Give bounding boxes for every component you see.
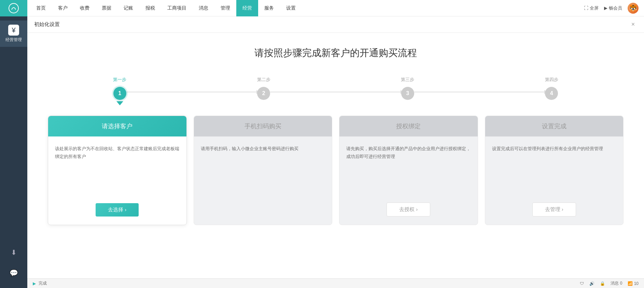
card-header-2: 手机扫码购买 xyxy=(194,116,332,136)
content-area: 初始化设置 × 请按照步骤完成新客户的开通购买流程 第一步1第二步2第三步3第四… xyxy=(27,16,644,288)
card-body-2: 请用手机扫码，输入小微企业主账号密码进行购买 xyxy=(194,136,332,225)
sidebar-item-support[interactable]: 💬 xyxy=(0,263,27,283)
member-label: 畅会员 xyxy=(609,5,622,11)
step-connector-3 xyxy=(414,92,545,92)
card-button-4[interactable]: 去管理 › xyxy=(532,202,576,217)
fullscreen-icon: ⛶ xyxy=(584,5,588,11)
sidebar-item-management[interactable]: ¥ 经营管理 xyxy=(0,21,27,47)
status-bar-right: 🛡 🔊 🔒 消息 0 📶 10 xyxy=(580,280,639,286)
nav-item-管理[interactable]: 管理 xyxy=(214,0,236,16)
step-circle-1: 1 xyxy=(113,87,126,100)
step-card-1: 请选择客户该处展示的客户为不在回收站、客户状态正常建账后完成老板端绑定的所有客户… xyxy=(48,116,187,225)
member-button[interactable]: ▶ 畅会员 xyxy=(604,5,622,11)
setup-content: 请按照步骤完成新客户的开通购买流程 第一步1第二步2第三步3第四步4 请选择客户… xyxy=(27,33,644,278)
top-navigation: 首页客户收费票据记账报税工商项目消息管理经营服务设置 ⛶ 全屏 ▶ 畅会员 🐯 xyxy=(0,0,644,16)
card-footer-4: 去管理 › xyxy=(485,197,624,225)
card-footer-3: 去授权 › xyxy=(339,197,478,225)
nav-right-section: ⛶ 全屏 ▶ 畅会员 🐯 xyxy=(584,3,644,14)
play-icon: ▶ xyxy=(604,5,607,11)
step-item-1: 第一步1 xyxy=(48,77,192,105)
step-label-2: 第二步 xyxy=(257,77,270,83)
nav-item-报税[interactable]: 报税 xyxy=(139,0,161,16)
card-header-4: 设置完成 xyxy=(485,116,624,136)
nav-item-工商项目[interactable]: 工商项目 xyxy=(161,0,193,16)
step-circle-2: 2 xyxy=(257,87,270,100)
sound-icon: 🔊 xyxy=(589,281,594,286)
nav-item-记账[interactable]: 记账 xyxy=(117,0,139,16)
user-avatar[interactable]: 🐯 xyxy=(628,3,639,14)
svg-point-0 xyxy=(9,3,18,13)
nav-item-客户[interactable]: 客户 xyxy=(52,0,74,16)
step-card-2: 手机扫码购买请用手机扫码，输入小微企业主账号密码进行购买 xyxy=(194,116,333,225)
nav-items-container: 首页客户收费票据记账报税工商项目消息管理经营服务设置 xyxy=(27,0,584,16)
nav-item-设置[interactable]: 设置 xyxy=(280,0,302,16)
nav-item-收费[interactable]: 收费 xyxy=(74,0,96,16)
sidebar-item-download[interactable]: ⬇ xyxy=(0,243,27,262)
nav-item-经营[interactable]: 经营 xyxy=(236,0,258,16)
step-label-3: 第三步 xyxy=(401,77,414,83)
steps-indicator: 第一步1第二步2第三步3第四步4 xyxy=(48,77,624,105)
card-header-1: 请选择客户 xyxy=(48,116,186,136)
card-body-3: 请先购买，购买后选择开通的产品中的企业用户进行授权绑定，成功后即可进行经营管理 xyxy=(339,136,478,197)
page-title: 初始化设置 xyxy=(34,21,60,28)
status-bar: ▶ 完成 🛡 🔊 🔒 消息 0 📶 10 xyxy=(27,278,644,288)
step-circle-4: 4 xyxy=(545,87,558,100)
step-item-4: 第四步4 xyxy=(480,77,624,100)
support-icon: 💬 xyxy=(8,267,19,278)
nav-item-消息[interactable]: 消息 xyxy=(193,0,214,16)
main-layout: ¥ 经营管理 ⬇ 💬 初始化设置 × 请按照步骤完成新客户的开通购买流程 第一步… xyxy=(0,16,644,288)
step-card-4: 设置完成设置完成后可以在管理列表进行所有企业用户的经营管理去管理 › xyxy=(485,116,624,225)
nav-item-票据[interactable]: 票据 xyxy=(96,0,117,16)
nav-item-首页[interactable]: 首页 xyxy=(30,0,52,16)
step-circle-3: 3 xyxy=(401,87,414,100)
card-footer-1: 去选择 › xyxy=(48,198,186,225)
step-item-2: 第二步2 xyxy=(192,77,336,100)
message-count: 消息 0 xyxy=(611,280,622,286)
status-text: 完成 xyxy=(39,280,47,286)
cards-row: 请选择客户该处展示的客户为不在回收站、客户状态正常建账后完成老板端绑定的所有客户… xyxy=(48,116,624,225)
step-connector-1 xyxy=(126,92,257,92)
app-logo xyxy=(0,0,27,16)
card-button-1[interactable]: 去选择 › xyxy=(96,203,139,217)
nav-item-服务[interactable]: 服务 xyxy=(258,0,280,16)
sidebar-item-label: 经营管理 xyxy=(5,37,22,43)
lock-icon: 🔒 xyxy=(600,281,605,286)
fullscreen-label: 全屏 xyxy=(590,5,599,11)
management-icon: ¥ xyxy=(8,25,19,36)
step-card-3: 授权绑定请先购买，购买后选择开通的产品中的企业用户进行授权绑定，成功后即可进行经… xyxy=(339,116,478,225)
setup-main-title: 请按照步骤完成新客户的开通购买流程 xyxy=(48,47,624,60)
content-header: 初始化设置 × xyxy=(27,16,644,33)
step-label-1: 第一步 xyxy=(113,77,126,83)
close-button[interactable]: × xyxy=(629,21,637,29)
step-label-4: 第四步 xyxy=(545,77,558,83)
step-connector-2 xyxy=(270,92,401,92)
shield-icon: 🛡 xyxy=(580,281,584,286)
fullscreen-button[interactable]: ⛶ 全屏 xyxy=(584,5,599,11)
card-button-3[interactable]: 去授权 › xyxy=(387,202,430,217)
card-header-3: 授权绑定 xyxy=(339,116,478,136)
download-icon: ⬇ xyxy=(8,247,19,258)
step-pointer-1 xyxy=(116,101,123,105)
card-body-4: 设置完成后可以在管理列表进行所有企业用户的经营管理 xyxy=(485,136,624,197)
network-icon: 📶 10 xyxy=(628,281,639,286)
step-item-3: 第三步3 xyxy=(336,77,480,100)
play-status-icon: ▶ xyxy=(33,281,36,286)
sidebar-bottom: ⬇ 💬 xyxy=(0,243,27,288)
sidebar: ¥ 经营管理 ⬇ 💬 xyxy=(0,16,27,288)
card-body-1: 该处展示的客户为不在回收站、客户状态正常建账后完成老板端绑定的所有客户 xyxy=(48,136,186,198)
